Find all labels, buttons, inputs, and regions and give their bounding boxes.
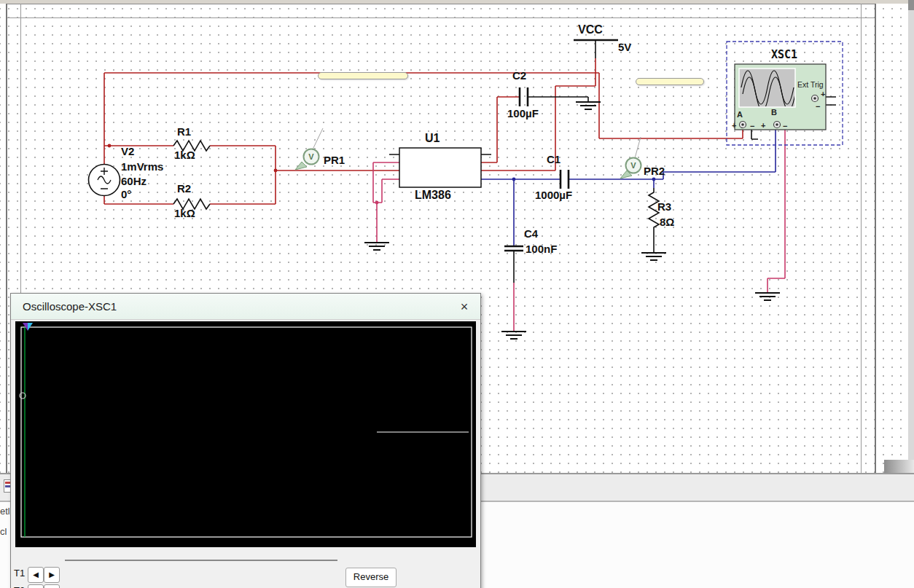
t2-label: T2 [14, 585, 25, 588]
xsc1-ext-plus: + [821, 90, 825, 98]
xsc1-ext-minus: − [816, 102, 820, 111]
v2-freq: 60Hz [121, 175, 147, 187]
xsc1-a-label: A [737, 110, 743, 119]
probe-v-symbol: V [630, 161, 636, 170]
r2-value: 1kΩ [174, 207, 195, 219]
r3-ref: R3 [657, 200, 671, 213]
oscilloscope-title: Oscilloscope-XSC1 [23, 300, 117, 313]
c2-ref: C2 [512, 69, 526, 82]
xsc1-ext-trig-label: Ext Trig [797, 80, 824, 89]
c4-value: 100nF [526, 243, 557, 255]
scope-readout-table [65, 560, 337, 561]
xsc1-terminal-a[interactable] [740, 122, 746, 128]
t2-step-right-button[interactable]: ▶ [44, 584, 60, 588]
r2-ref: R2 [177, 182, 191, 195]
r1-ref: R1 [177, 125, 191, 138]
probe-v-symbol: V [308, 152, 314, 161]
c2-value: 100µF [507, 107, 539, 119]
reverse-button[interactable]: Reverse [345, 568, 397, 587]
vcc-value: 5V [618, 41, 631, 53]
xsc1-b-minus: − [783, 122, 787, 130]
t2-step-left-button[interactable]: ◀ [28, 584, 44, 588]
sheet-border-top-outer [6, 4, 875, 4]
source-v2[interactable] [89, 165, 120, 196]
capacitor-c1[interactable] [560, 170, 569, 189]
oscilloscope-titlebar[interactable]: Oscilloscope-XSC1 × [11, 294, 480, 320]
xsc1-b-plus: + [761, 121, 765, 130]
xsc1-a-plus: + [732, 121, 736, 130]
oscilloscope-screen-bezel [15, 321, 476, 547]
probe-readout-pr1[interactable] [318, 72, 408, 79]
xsc1-a-minus: − [750, 122, 754, 130]
xsc1-ref: XSC1 [758, 48, 811, 61]
v2-ref: V2 [121, 145, 134, 157]
close-icon[interactable]: × [456, 298, 473, 315]
scrollbar-corner[interactable] [884, 460, 914, 473]
u1-part: LM386 [415, 189, 451, 202]
sheet-border-right-outer [875, 4, 876, 474]
probe-pr1[interactable]: V [295, 149, 319, 170]
probe-pr2[interactable]: V [620, 158, 641, 179]
r1-value: 1kΩ [174, 149, 195, 161]
c1-ref: C1 [547, 153, 560, 165]
t1-step-left-button[interactable]: ◀ [28, 567, 44, 583]
xsc1-b-label: B [771, 108, 777, 117]
vertical-scrollbar[interactable] [908, 0, 914, 473]
v2-phase: 0° [121, 188, 131, 200]
capacitor-c4[interactable] [504, 246, 523, 251]
pr1-label: PR1 [324, 154, 345, 166]
oscilloscope-screen[interactable] [15, 321, 476, 547]
t1-label: T1 [14, 568, 25, 579]
t1-step-right-button[interactable]: ▶ [44, 567, 60, 583]
vcc-label: VCC [578, 23, 603, 36]
c4-ref: C4 [524, 227, 538, 240]
xsc1-terminal-ext-trig[interactable] [812, 95, 819, 102]
multisim-app: V V VCC 5V [0, 0, 914, 588]
u1-chip-body[interactable] [399, 148, 481, 187]
sheet-border-right-inner [861, 4, 862, 474]
v2-value: 1mVrms [121, 160, 163, 173]
capacitor-c2[interactable] [520, 87, 528, 106]
oscilloscope-window[interactable]: Oscilloscope-XSC1 × T1 ◀ ▶ T2 ◀ ▶ [10, 293, 481, 588]
u1-ref: U1 [425, 132, 440, 145]
sheet-border-top-inner [6, 17, 875, 18]
xsc1-terminal-b[interactable] [774, 122, 781, 128]
c1-value: 1000µF [535, 189, 572, 201]
r3-value: 8Ω [660, 216, 674, 228]
probe-readout-pr2[interactable] [636, 78, 704, 85]
background-text-fragment-1: etl [0, 506, 10, 517]
pr2-label: PR2 [644, 165, 665, 177]
vertical-scrollbar-thumb[interactable] [908, 0, 914, 10]
background-text-fragment-2: cl [0, 526, 7, 537]
sheet-border-left-outer [6, 4, 7, 474]
